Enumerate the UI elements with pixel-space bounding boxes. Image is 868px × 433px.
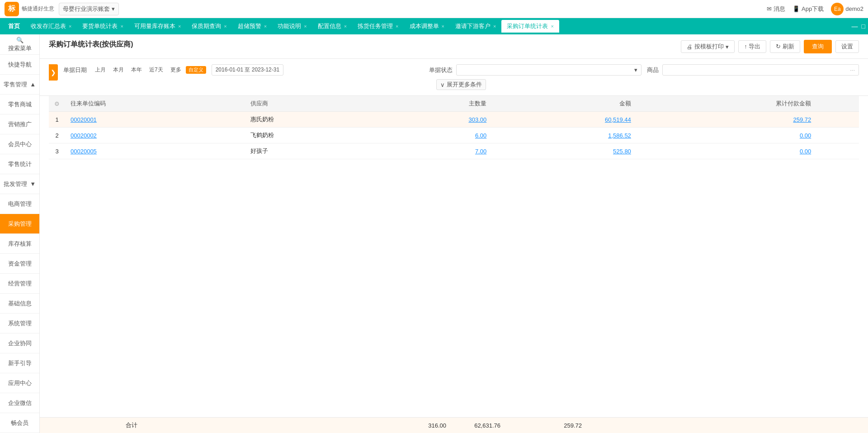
- tab-expiry-query-close[interactable]: ×: [224, 24, 226, 29]
- settings-button[interactable]: 设置: [835, 40, 859, 53]
- sidebar-item-stock[interactable]: 库存核算: [0, 234, 39, 254]
- refresh-label: 刷新: [783, 43, 794, 50]
- tab-goods-summary-close[interactable]: ×: [120, 24, 123, 29]
- workspace-selector[interactable]: 母婴行业演示账套 ▾: [59, 3, 119, 15]
- date-range-input[interactable]: 2016-01-01 至 2023-12-31: [212, 64, 283, 76]
- export-button[interactable]: ↑ 导出: [738, 40, 766, 53]
- sidebar-item-retail-stat[interactable]: 零售统计: [0, 154, 39, 174]
- refresh-button[interactable]: ↻ 刷新: [770, 40, 800, 53]
- tab-invite-downstream[interactable]: 邀请下游客户 ×: [450, 20, 501, 33]
- shortcut-7days[interactable]: 近7天: [146, 65, 166, 75]
- tab-available-stock[interactable]: 可用量库存账本 ×: [129, 20, 186, 33]
- tab-function-desc[interactable]: 功能说明 ×: [272, 20, 312, 33]
- row-extra-2: [816, 128, 859, 143]
- tab-cost-adjust-close[interactable]: ×: [442, 24, 444, 29]
- tab-pick-task-close[interactable]: ×: [396, 24, 398, 29]
- expand-down-icon: ∨: [440, 81, 445, 88]
- sidebar-item-newbie[interactable]: 新手引导: [0, 353, 39, 373]
- row-code-3[interactable]: 00020005: [65, 143, 245, 159]
- tab-overstock-warning-close[interactable]: ×: [264, 24, 267, 29]
- sidebar-item-basic[interactable]: 基础信息: [0, 294, 39, 314]
- tab-invite-downstream-close[interactable]: ×: [493, 24, 496, 29]
- expand-more-button[interactable]: ∨ 展开更多条件: [436, 79, 486, 90]
- sidebar-item-member2[interactable]: 畅会员: [0, 413, 39, 433]
- row-supplier-1: 惠氏奶粉: [245, 112, 379, 128]
- sidebar-ops-label: 经营管理: [8, 280, 32, 288]
- row-code-1[interactable]: 00020001: [65, 112, 245, 128]
- sidebar-item-retail-shop[interactable]: 零售商城: [0, 95, 39, 114]
- logo-icon: 标: [5, 2, 19, 16]
- sidebar-item-member[interactable]: 会员中心: [0, 134, 39, 154]
- sidebar-item-ecommerce[interactable]: 电商管理: [0, 194, 39, 214]
- row-code-2[interactable]: 00020002: [65, 128, 245, 143]
- tab-function-desc-close[interactable]: ×: [304, 24, 307, 29]
- sidebar-retail-label: 零售管理: [4, 81, 27, 89]
- row-quantity-2[interactable]: 6.00: [379, 128, 492, 143]
- tab-receive-summary[interactable]: 收发存汇总表 ×: [25, 20, 77, 33]
- tab-purchase-summary[interactable]: 采购订单统计表 ×: [501, 20, 559, 33]
- shortcut-this-month[interactable]: 本月: [110, 65, 127, 75]
- sidebar-stock-label: 库存核算: [8, 240, 32, 248]
- sidebar-item-system[interactable]: 系统管理: [0, 314, 39, 333]
- row-quantity-3[interactable]: 7.00: [379, 143, 492, 159]
- tab-home[interactable]: 首页: [3, 20, 25, 33]
- sidebar-item-marketing[interactable]: 营销推广: [0, 114, 39, 134]
- sidebar-item-enterprise[interactable]: 企业协同: [0, 333, 39, 353]
- goods-dots-icon[interactable]: ···: [850, 67, 855, 73]
- template-print-button[interactable]: 🖨 按模板打印 ▾: [681, 40, 735, 53]
- query-button[interactable]: 查询: [804, 40, 832, 53]
- sidebar-marketing-label: 营销推广: [8, 120, 32, 128]
- tab-pick-task[interactable]: 拣货任务管理 ×: [352, 20, 404, 33]
- user-avatar-area[interactable]: Ea demo2: [831, 3, 863, 15]
- nav-window-controls: — □: [852, 23, 865, 30]
- tab-receive-summary-label: 收发存汇总表: [31, 22, 66, 30]
- row-amount-3[interactable]: 525.80: [492, 143, 637, 159]
- tab-config-info-close[interactable]: ×: [344, 24, 347, 29]
- date-range-value: 2016-01-01 至 2023-12-31: [216, 66, 279, 74]
- table-container: ⚙ 往来单位编码 供应商 主数量 金额 累计付款金额 1 00020001 惠氏…: [40, 96, 868, 417]
- sidebar-basic-label: 基础信息: [8, 300, 32, 308]
- sidebar-item-purchase[interactable]: 采购管理: [0, 214, 39, 234]
- tab-cost-adjust[interactable]: 成本调整单 ×: [404, 20, 450, 33]
- row-amount-2[interactable]: 1,586.52: [492, 128, 637, 143]
- sidebar-item-retail[interactable]: 零售管理 ▲: [0, 75, 39, 95]
- sidebar-retail-shop-label: 零售商城: [8, 100, 32, 109]
- status-select[interactable]: ▾: [456, 64, 641, 76]
- tab-goods-summary[interactable]: 要货单统计表 ×: [77, 20, 128, 33]
- sidebar-item-search[interactable]: 🔍 搜索菜单: [0, 34, 39, 55]
- sidebar-item-wholesale[interactable]: 批发管理 ▼: [0, 174, 39, 194]
- main-layout: 🔍 搜索菜单 快捷导航 零售管理 ▲ 零售商城 营销推广 会员中心 零售统计 批…: [0, 34, 868, 433]
- export-icon: ↑: [744, 43, 747, 50]
- sidebar-item-finance[interactable]: 资金管理: [0, 254, 39, 274]
- row-paid-3[interactable]: 0.00: [637, 143, 816, 159]
- tab-expiry-query[interactable]: 保质期查询 ×: [186, 20, 232, 33]
- tab-purchase-summary-close[interactable]: ×: [551, 24, 553, 29]
- restore-button[interactable]: □: [862, 23, 865, 30]
- tab-config-info[interactable]: 配置信息 ×: [312, 20, 352, 33]
- tab-available-stock-close[interactable]: ×: [178, 24, 181, 29]
- goods-input[interactable]: ···: [662, 64, 859, 76]
- template-print-label: 按模板打印: [694, 43, 724, 51]
- shortcut-last-month[interactable]: 上月: [92, 65, 108, 75]
- row-paid-1[interactable]: 259.72: [637, 112, 816, 128]
- col-settings[interactable]: ⚙: [49, 96, 65, 112]
- shortcut-more[interactable]: 更多: [168, 65, 184, 75]
- col-supplier: 供应商: [245, 96, 379, 112]
- sidebar-item-enterprise-wechat[interactable]: 企业微信: [0, 393, 39, 413]
- minimize-button[interactable]: —: [852, 23, 858, 30]
- custom-date-tag[interactable]: 自定义: [186, 66, 206, 74]
- expand-filter-button[interactable]: ❯: [49, 64, 58, 81]
- col-code: 往来单位编码: [65, 96, 245, 112]
- tab-overstock-warning[interactable]: 超储预警 ×: [232, 20, 272, 33]
- tab-receive-summary-close[interactable]: ×: [69, 24, 71, 29]
- shortcut-this-year[interactable]: 本年: [128, 65, 145, 75]
- messages-button[interactable]: ✉ 消息: [767, 5, 785, 13]
- sidebar-item-ops[interactable]: 经营管理: [0, 274, 39, 294]
- row-paid-2[interactable]: 0.00: [637, 128, 816, 143]
- sidebar-item-app-center[interactable]: 应用中心: [0, 373, 39, 393]
- row-quantity-1[interactable]: 303.00: [379, 112, 492, 128]
- sidebar-item-quick-nav[interactable]: 快捷导航: [0, 55, 39, 75]
- app-download-button[interactable]: 📱 App下载: [793, 5, 824, 13]
- row-amount-1[interactable]: 60,519.44: [492, 112, 637, 128]
- status-filter-group: 单据状态 ▾: [429, 64, 641, 76]
